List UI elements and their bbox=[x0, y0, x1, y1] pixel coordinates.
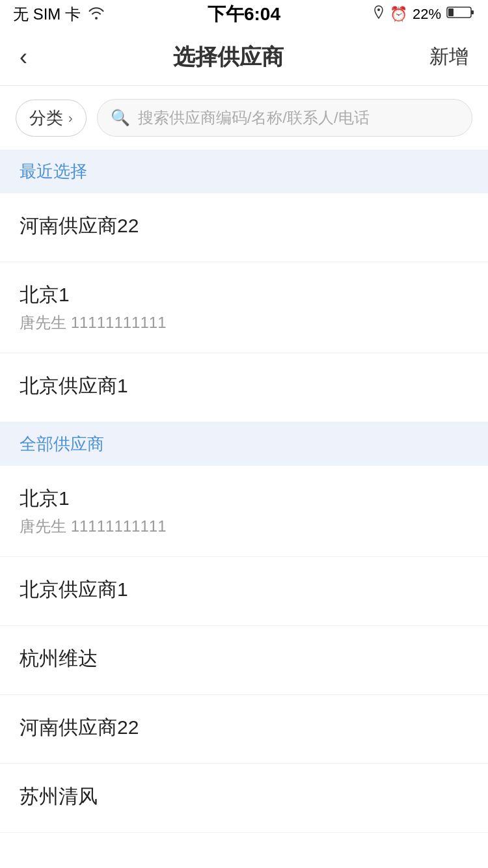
battery-percent: 22% bbox=[413, 6, 441, 23]
svg-rect-2 bbox=[448, 8, 454, 16]
status-bar: 无 SIM 卡 下午6:04 ⏰ 22% bbox=[0, 0, 488, 29]
new-button[interactable]: 新增 bbox=[429, 44, 468, 70]
status-right: ⏰ 22% bbox=[373, 5, 475, 23]
search-box[interactable]: 🔍 搜索供应商编码/名称/联系人/电话 bbox=[97, 99, 472, 137]
item-name: 北京供应商1 bbox=[20, 576, 468, 603]
all-items-list: 北京1 唐先生 11111111111 北京供应商1 杭州维达 河南供应商22 … bbox=[0, 466, 488, 833]
search-icon: 🔍 bbox=[111, 109, 130, 127]
alarm-icon: ⏰ bbox=[390, 6, 407, 23]
recent-section-label: 最近选择 bbox=[20, 161, 87, 181]
item-detail: 唐先生 11111111111 bbox=[20, 312, 468, 333]
recent-section-header: 最近选择 bbox=[0, 150, 488, 193]
status-left: 无 SIM 卡 bbox=[13, 4, 105, 25]
recent-list-item[interactable]: 北京供应商1 bbox=[0, 353, 488, 422]
status-time: 下午6:04 bbox=[208, 2, 280, 27]
recent-items-list: 河南供应商22 北京1 唐先生 11111111111 北京供应商1 bbox=[0, 193, 488, 422]
all-list-item[interactable]: 河南供应商22 bbox=[0, 695, 488, 764]
all-list-item[interactable]: 北京供应商1 bbox=[0, 557, 488, 626]
all-list-item[interactable]: 苏州清风 bbox=[0, 764, 488, 833]
item-name: 河南供应商22 bbox=[20, 714, 468, 741]
item-detail: 唐先生 11111111111 bbox=[20, 516, 468, 537]
all-section-label: 全部供应商 bbox=[20, 434, 104, 454]
back-button[interactable]: ‹ bbox=[20, 44, 27, 71]
item-name: 北京供应商1 bbox=[20, 373, 468, 400]
chevron-right-icon: › bbox=[68, 111, 73, 126]
page-title: 选择供应商 bbox=[173, 42, 284, 72]
svg-point-0 bbox=[377, 8, 380, 11]
item-name: 苏州清风 bbox=[20, 783, 468, 810]
item-name: 河南供应商22 bbox=[20, 213, 468, 239]
search-placeholder: 搜索供应商编码/名称/联系人/电话 bbox=[138, 107, 370, 128]
battery-icon bbox=[446, 5, 475, 23]
category-label: 分类 bbox=[29, 107, 63, 129]
category-filter[interactable]: 分类 › bbox=[16, 100, 87, 137]
item-name: 北京1 bbox=[20, 282, 468, 308]
wifi-icon bbox=[87, 5, 105, 23]
all-section-header: 全部供应商 bbox=[0, 422, 488, 466]
item-name: 杭州维达 bbox=[20, 645, 468, 672]
all-list-item[interactable]: 杭州维达 bbox=[0, 626, 488, 695]
nav-bar: ‹ 选择供应商 新增 bbox=[0, 29, 488, 86]
location-icon bbox=[373, 5, 385, 23]
recent-list-item[interactable]: 北京1 唐先生 11111111111 bbox=[0, 262, 488, 353]
svg-rect-3 bbox=[471, 10, 474, 14]
filter-bar: 分类 › 🔍 搜索供应商编码/名称/联系人/电话 bbox=[0, 86, 488, 150]
no-sim-text: 无 SIM 卡 bbox=[13, 4, 81, 25]
recent-list-item[interactable]: 河南供应商22 bbox=[0, 193, 488, 262]
item-name: 北京1 bbox=[20, 485, 468, 512]
all-list-item[interactable]: 北京1 唐先生 11111111111 bbox=[0, 466, 488, 557]
